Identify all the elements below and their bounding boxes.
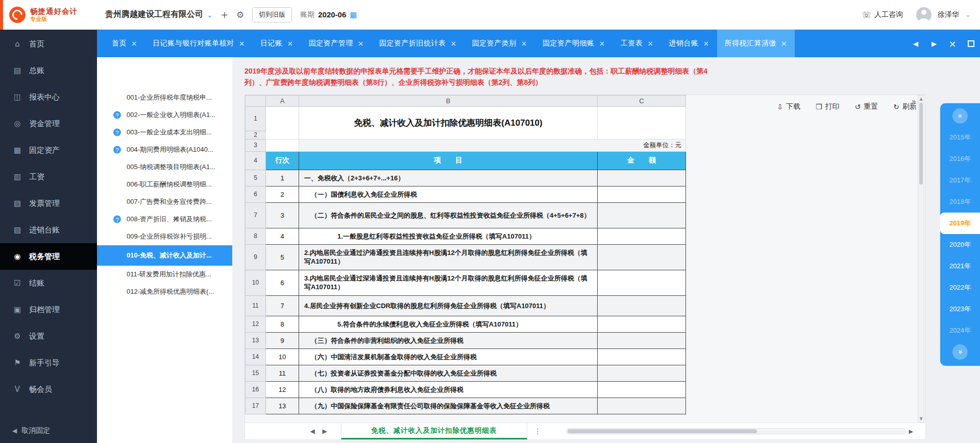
item-text-cell[interactable]: 3.内地居民企业通过深港通投资且连续持有H股满12个月取得的股息红利所得免征企业… bbox=[299, 270, 598, 295]
amount-cell[interactable] bbox=[598, 270, 686, 295]
switch-old-version-button[interactable]: 切到旧版 bbox=[252, 7, 292, 22]
vertical-scroll-thumb[interactable] bbox=[919, 103, 923, 184]
column-header-C[interactable]: C bbox=[598, 95, 686, 106]
sheet-prev-icon[interactable]: ◀ bbox=[306, 428, 318, 435]
year-item-2017[interactable]: 2017年 bbox=[940, 170, 980, 191]
item-text-cell[interactable]: 5.符合条件的永续债利息收入免征企业所得税（填写A107011） bbox=[299, 316, 598, 332]
line-number-cell[interactable]: 13 bbox=[266, 398, 299, 414]
year-item-2018[interactable]: 2018年 bbox=[940, 191, 980, 213]
close-all-tabs-icon[interactable]: × bbox=[943, 30, 962, 57]
row-number-4[interactable]: 4 bbox=[246, 151, 266, 170]
sidebar-item-12[interactable]: ⚙设置 bbox=[0, 323, 97, 349]
tabs-scroll-left-icon[interactable]: ◀ bbox=[906, 30, 925, 57]
download-button[interactable]: ⇩下载 bbox=[777, 102, 800, 111]
tab-7[interactable]: 固定资产明细账× bbox=[535, 30, 613, 57]
amount-cell[interactable] bbox=[598, 202, 686, 228]
accounting-period[interactable]: 账期 2020-06 ▦ bbox=[300, 10, 357, 19]
amount-cell[interactable] bbox=[598, 381, 686, 398]
row-number-17[interactable]: 17 bbox=[246, 398, 266, 414]
tab-close-icon[interactable]: × bbox=[599, 39, 605, 48]
sheet-corner-cell[interactable] bbox=[246, 95, 266, 106]
amount-cell[interactable] bbox=[598, 398, 686, 414]
sheet-more-icon[interactable]: ⋮ bbox=[534, 427, 542, 435]
year-item-2022[interactable]: 2022年 bbox=[940, 277, 980, 298]
item-text-cell[interactable]: （二）符合条件的居民企业之间的股息、红利等权益性投资收益免征企业所得税（4+5+… bbox=[299, 202, 598, 228]
tab-close-icon[interactable]: × bbox=[703, 39, 709, 48]
report-item-10[interactable]: 010-免税、减计收入及加计...« bbox=[97, 245, 232, 266]
item-text-cell[interactable]: （六）中国清洁发展机制基金取得的收入免征企业所得税 bbox=[299, 348, 598, 365]
cell-a1[interactable] bbox=[266, 106, 299, 139]
item-text-cell[interactable]: （九）中国保险保障基金有限责任公司取得的保险保障基金等收入免征企业所得税 bbox=[299, 398, 598, 414]
sidebar-item-6[interactable]: ▥工资 bbox=[0, 164, 97, 190]
item-text-cell[interactable]: （八）取得的地方政府债券利息收入免征企业所得税 bbox=[299, 381, 598, 398]
scroll-up-icon[interactable]: ▲ bbox=[918, 97, 924, 101]
reset-button[interactable]: ↺重置 bbox=[855, 102, 878, 111]
year-item-2015[interactable]: 2015年 bbox=[940, 127, 980, 148]
help-icon[interactable]: ? bbox=[113, 111, 121, 119]
line-number-cell[interactable]: 10 bbox=[266, 348, 299, 365]
line-number-cell[interactable]: 7 bbox=[266, 295, 299, 316]
tab-3[interactable]: 日记账× bbox=[253, 30, 301, 57]
report-item-12[interactable]: 012-减免所得税优惠明细表(... bbox=[97, 283, 232, 300]
tab-close-icon[interactable]: × bbox=[287, 39, 293, 48]
vertical-scrollbar[interactable]: ▲ ▼ bbox=[918, 95, 924, 423]
line-number-cell[interactable]: 9 bbox=[266, 332, 299, 348]
tab-6[interactable]: 固定资产类别× bbox=[464, 30, 535, 57]
tab-close-icon[interactable]: × bbox=[521, 39, 527, 48]
row-number-6[interactable]: 6 bbox=[246, 186, 266, 202]
company-selector[interactable]: 贵州腾越建设工程有限公司 ⌄ bbox=[105, 9, 213, 20]
sidebar-item-14[interactable]: Ⅴ畅会员 bbox=[0, 376, 97, 403]
line-number-cell[interactable]: 8 bbox=[266, 316, 299, 332]
amount-cell[interactable] bbox=[598, 316, 686, 332]
row-number-1[interactable]: 1 bbox=[246, 106, 266, 131]
row-number-15[interactable]: 15 bbox=[246, 365, 266, 381]
tab-5[interactable]: 固定资产折旧统计表× bbox=[372, 30, 464, 57]
item-text-cell[interactable]: 1.一般股息红利等权益性投资收益免征企业所得税（填写A107011） bbox=[299, 228, 598, 244]
tab-close-icon[interactable]: × bbox=[131, 39, 137, 48]
year-item-2021[interactable]: 2021年 bbox=[940, 255, 980, 277]
row-number-14[interactable]: 14 bbox=[246, 348, 266, 365]
item-text-cell[interactable]: 一、免税收入（2+3+6+7+...+16） bbox=[299, 170, 598, 186]
refresh-button[interactable]: ↻刷新 bbox=[893, 102, 917, 111]
help-icon[interactable]: ? bbox=[113, 146, 121, 154]
row-number-10[interactable]: 10 bbox=[246, 270, 266, 295]
sidebar-item-8[interactable]: ▨进销台账 bbox=[0, 217, 97, 243]
sidebar-item-11[interactable]: ▣归档管理 bbox=[0, 296, 97, 323]
horizontal-scroll-thumb[interactable] bbox=[568, 429, 757, 433]
row-number-8[interactable]: 8 bbox=[246, 228, 266, 244]
amount-cell[interactable] bbox=[598, 348, 686, 365]
user-menu-chevron-icon[interactable]: ⌄ bbox=[965, 11, 971, 18]
sidebar-item-5[interactable]: ▦固定资产 bbox=[0, 137, 97, 164]
item-text-cell[interactable]: （七）投资者从证券投资基金分配中取得的收入免征企业所得税 bbox=[299, 365, 598, 381]
tab-close-icon[interactable]: × bbox=[358, 39, 364, 48]
item-text-cell[interactable]: 4.居民企业持有创新企业CDR取得的股息红利所得免征企业所得税（填写A10701… bbox=[299, 295, 598, 316]
column-header-B[interactable]: B bbox=[299, 95, 598, 106]
cell-a3[interactable] bbox=[266, 139, 299, 151]
tab-2[interactable]: 日记账与银行对账单核对× bbox=[145, 30, 253, 57]
tab-10[interactable]: 所得税汇算清缴× bbox=[717, 30, 795, 57]
line-number-cell[interactable]: 12 bbox=[266, 381, 299, 398]
row-number-2[interactable]: 2 bbox=[246, 131, 266, 139]
sidebar-item-4[interactable]: ◎资金管理 bbox=[0, 110, 97, 137]
report-item-7[interactable]: 007-广告费和业务宣传费跨... bbox=[97, 193, 232, 211]
print-button[interactable]: ❒打印 bbox=[816, 102, 840, 111]
amount-cell[interactable] bbox=[598, 244, 686, 270]
report-item-3[interactable]: ?003-一般企业成本支出明细... bbox=[97, 124, 232, 141]
item-text-cell[interactable]: （一）国债利息收入免征企业所得税 bbox=[299, 186, 598, 202]
fullscreen-icon[interactable] bbox=[962, 30, 980, 57]
tab-close-icon[interactable]: × bbox=[781, 39, 787, 48]
tabs-scroll-right-icon[interactable]: ▶ bbox=[925, 30, 943, 57]
sidebar-item-2[interactable]: ▤总账 bbox=[0, 57, 97, 84]
years-scroll-up-button[interactable]: « bbox=[952, 108, 968, 124]
report-item-9[interactable]: 009-企业所得税弥补亏损明... bbox=[97, 228, 232, 245]
line-number-cell[interactable]: 5 bbox=[266, 244, 299, 270]
tab-1[interactable]: 首页× bbox=[104, 30, 145, 57]
year-item-2020[interactable]: 2020年 bbox=[940, 234, 980, 255]
sidebar-item-7[interactable]: ▧发票管理 bbox=[0, 190, 97, 217]
gear-icon[interactable]: ⚙ bbox=[236, 10, 244, 20]
sidebar-item-13[interactable]: ⚑新手引导 bbox=[0, 349, 97, 376]
row-number-16[interactable]: 16 bbox=[246, 381, 266, 398]
sheet-next-icon[interactable]: ▶ bbox=[318, 428, 331, 435]
row-number-3[interactable]: 3 bbox=[246, 139, 266, 151]
report-item-6[interactable]: 006-职工薪酬纳税调整明细... bbox=[97, 176, 232, 193]
